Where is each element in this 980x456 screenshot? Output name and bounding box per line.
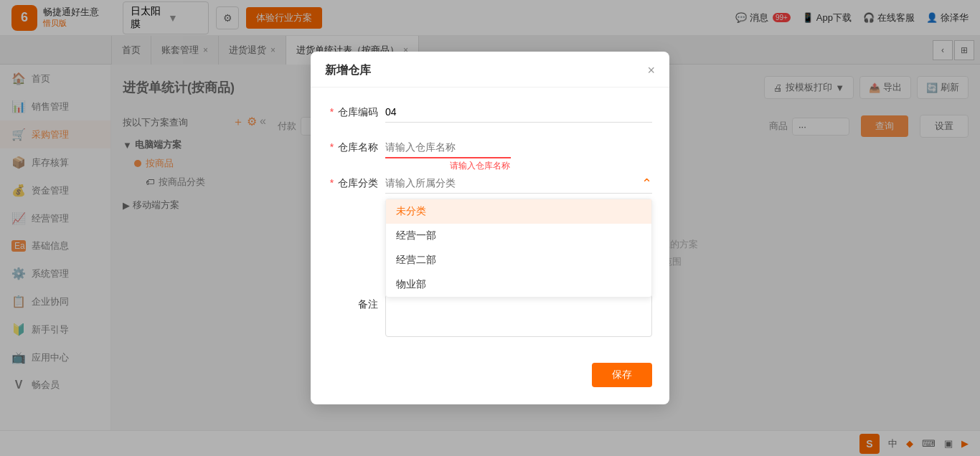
- category-label-text: 仓库分类: [338, 177, 378, 189]
- modal-footer: 保存: [311, 357, 669, 387]
- save-button[interactable]: 保存: [592, 363, 652, 387]
- required-star-category: *: [330, 177, 334, 189]
- code-label-text: 仓库编码: [338, 106, 378, 118]
- name-label-text: 仓库名称: [338, 141, 378, 153]
- name-label: * 仓库名称: [328, 137, 385, 154]
- dropdown-item-uncategorized[interactable]: 未分类: [386, 199, 651, 224]
- note-input[interactable]: [385, 294, 652, 337]
- modal-add-warehouse: 新增仓库 × * 仓库编码 * 仓库名称 请输入仓库名: [311, 52, 669, 404]
- modal-body: * 仓库编码 * 仓库名称 请输入仓库名称 *: [311, 87, 669, 357]
- category-dropdown: 未分类 经营一部 经营二部 物业部: [385, 199, 652, 298]
- category-select-wrap: ⌃ 未分类 经营一部 经营二部 物业部: [385, 173, 652, 194]
- category-input[interactable]: [385, 173, 652, 194]
- dropdown-item-dept1[interactable]: 经营一部: [386, 224, 651, 248]
- name-input-wrap: 请输入仓库名称: [385, 137, 652, 158]
- modal-header: 新增仓库 ×: [311, 52, 669, 87]
- modal-close-icon[interactable]: ×: [647, 63, 655, 78]
- dropdown-item-dept2[interactable]: 经营二部: [386, 248, 651, 272]
- category-up-icon[interactable]: ⌃: [641, 176, 652, 191]
- form-row-category: * 仓库分类 ⌃ 未分类 经营一部 经营二部 物业部: [328, 173, 652, 194]
- name-input[interactable]: [385, 137, 511, 158]
- note-label: 备注: [328, 294, 385, 311]
- form-row-name: * 仓库名称 请输入仓库名称: [328, 137, 652, 158]
- code-input[interactable]: [385, 102, 652, 123]
- modal-title: 新增仓库: [325, 63, 371, 78]
- required-star-code: *: [330, 106, 334, 118]
- code-label: * 仓库编码: [328, 102, 385, 119]
- category-label: * 仓库分类: [328, 173, 385, 190]
- required-star-name: *: [330, 141, 334, 153]
- form-row-note: 备注: [328, 294, 652, 337]
- modal-overlay[interactable]: 新增仓库 × * 仓库编码 * 仓库名称 请输入仓库名: [0, 0, 980, 456]
- dropdown-item-property[interactable]: 物业部: [386, 272, 651, 297]
- name-error-msg: 请输入仓库名称: [450, 160, 510, 172]
- form-row-code: * 仓库编码: [328, 102, 652, 123]
- note-label-text: 备注: [358, 298, 378, 310]
